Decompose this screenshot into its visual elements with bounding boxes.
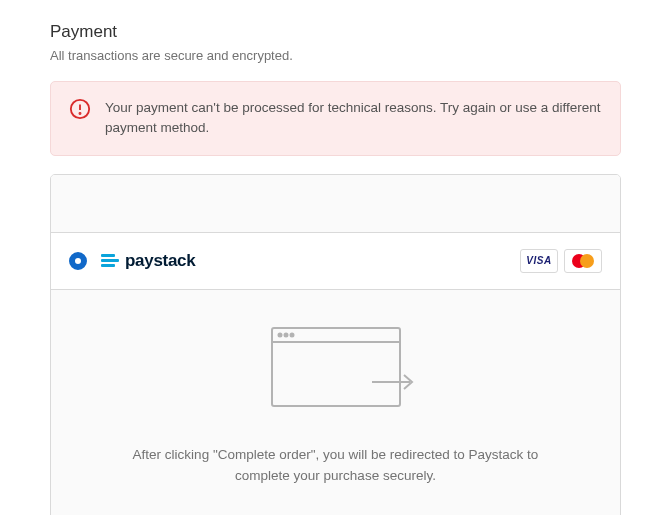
accepted-cards: VISA bbox=[520, 249, 602, 273]
error-icon bbox=[69, 98, 91, 120]
svg-point-7 bbox=[290, 333, 293, 336]
radio-selected-icon[interactable] bbox=[69, 252, 87, 270]
svg-point-6 bbox=[284, 333, 287, 336]
redirect-window-icon bbox=[256, 320, 416, 424]
card-top-spacer bbox=[51, 175, 620, 233]
error-banner: Your payment can't be processed for tech… bbox=[50, 81, 621, 156]
redirect-info-panel: After clicking "Complete order", you wil… bbox=[51, 290, 620, 516]
svg-point-2 bbox=[79, 113, 80, 114]
payment-brand-name: paystack bbox=[125, 251, 195, 271]
svg-rect-3 bbox=[272, 328, 400, 406]
payment-brand: paystack bbox=[101, 251, 520, 271]
svg-point-5 bbox=[278, 333, 281, 336]
section-heading: Payment bbox=[50, 22, 621, 42]
mastercard-icon bbox=[564, 249, 602, 273]
error-message: Your payment can't be processed for tech… bbox=[105, 98, 602, 139]
payment-method-row[interactable]: paystack VISA bbox=[51, 233, 620, 290]
redirect-description: After clicking "Complete order", you wil… bbox=[116, 444, 556, 487]
visa-icon: VISA bbox=[520, 249, 558, 273]
payment-method-card: paystack VISA After clicking "Complete o… bbox=[50, 174, 621, 516]
paystack-logo-icon bbox=[101, 254, 119, 267]
section-subheading: All transactions are secure and encrypte… bbox=[50, 48, 621, 63]
